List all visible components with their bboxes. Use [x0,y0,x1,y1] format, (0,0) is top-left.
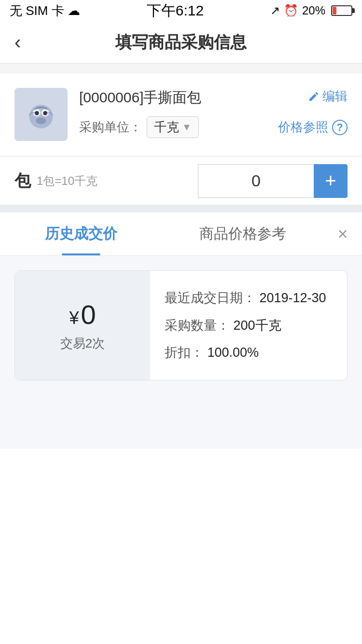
nav-bar: ‹ 填写商品采购信息 [0,21,362,64]
back-button[interactable]: ‹ [14,27,30,58]
discount-value: 100.00% [208,345,259,360]
unit-info: 包 1包=10千克 [14,170,111,192]
price-detail-discount: 折扣： 100.00% [165,343,333,363]
question-icon: ? [332,120,348,135]
qty-value: 200千克 [234,318,281,333]
status-left: 无 SIM 卡 ☁ [10,2,80,19]
discount-label: 折扣： [165,345,204,360]
price-amount: ¥0 [69,299,96,330]
product-header: [0000006]手撕面包 编辑 [79,88,348,108]
unit-select[interactable]: 千克 ▼ [147,116,199,138]
battery-percent: 20% [302,4,325,17]
section-divider [0,205,362,212]
qty-label: 采购数量： [165,318,230,333]
edit-label: 编辑 [322,88,348,105]
content-area: ¥0 交易2次 最近成交日期： 2019-12-30 采购数量： 200千克 折… [0,256,362,449]
location-icon: ↗ [270,4,280,17]
quantity-control: 0 + [111,164,348,198]
price-detail-qty: 采购数量： 200千克 [165,316,333,336]
quantity-row: 包 1包=10千克 0 + [0,156,362,205]
page-title: 填写商品采购信息 [115,31,247,54]
tabs-bar: 历史成交价 商品价格参考 × [0,212,362,256]
tab-product-price-ref[interactable]: 商品价格参考 [162,212,323,255]
product-card: [0000006]手撕面包 编辑 采购单位： 千克 ▼ 价格参照 ? [0,73,362,155]
unit-value: 千克 [154,119,179,136]
price-details: 最近成交日期： 2019-12-30 采购数量： 200千克 折扣： 100.0… [150,271,347,380]
price-detail-date: 最近成交日期： 2019-12-30 [165,288,333,308]
tab1-label: 历史成交价 [45,224,117,244]
date-value: 2019-12-30 [260,291,326,305]
close-button[interactable]: × [323,212,362,255]
quantity-input[interactable]: 0 [198,164,314,198]
product-thumbnail [14,88,68,141]
quantity-plus-button[interactable]: + [314,164,348,198]
product-logo-icon [24,98,58,131]
price-ref-label: 价格参照 [278,119,328,136]
currency-symbol: ¥ [69,308,79,328]
unit-bag-label: 包 [14,170,31,192]
unit-label: 采购单位： [79,119,142,136]
bottom-area [0,449,362,644]
unit-row: 采购单位： 千克 ▼ 价格参照 ? [79,116,348,138]
date-label: 最近成交日期： [165,291,256,305]
battery-icon [331,5,352,16]
trade-count: 交易2次 [60,335,105,352]
tab2-label: 商品价格参考 [199,224,286,244]
price-card: ¥0 交易2次 最近成交日期： 2019-12-30 采购数量： 200千克 折… [14,270,348,380]
tab-history-price[interactable]: 历史成交价 [0,212,162,255]
edit-button[interactable]: 编辑 [308,88,348,105]
svg-point-0 [29,105,53,128]
unit-conversion-label: 1包=10千克 [37,173,97,189]
status-bar: 无 SIM 卡 ☁ 下午6:12 ↗ ⏰ 20% [0,0,362,21]
status-right: ↗ ⏰ 20% [270,4,352,17]
svg-point-5 [36,117,46,124]
no-sim-label: 无 SIM 卡 ☁ [10,2,80,19]
alarm-icon: ⏰ [284,4,298,17]
edit-icon [308,91,320,102]
dropdown-arrow-icon: ▼ [182,122,192,133]
clock: 下午6:12 [147,1,204,21]
tab-active-indicator [62,253,100,255]
price-summary: ¥0 交易2次 [15,271,150,380]
price-ref-button[interactable]: 价格参照 ? [278,119,348,136]
product-name: [0000006]手撕面包 [79,88,201,108]
product-info: [0000006]手撕面包 编辑 采购单位： 千克 ▼ 价格参照 ? [79,88,348,138]
